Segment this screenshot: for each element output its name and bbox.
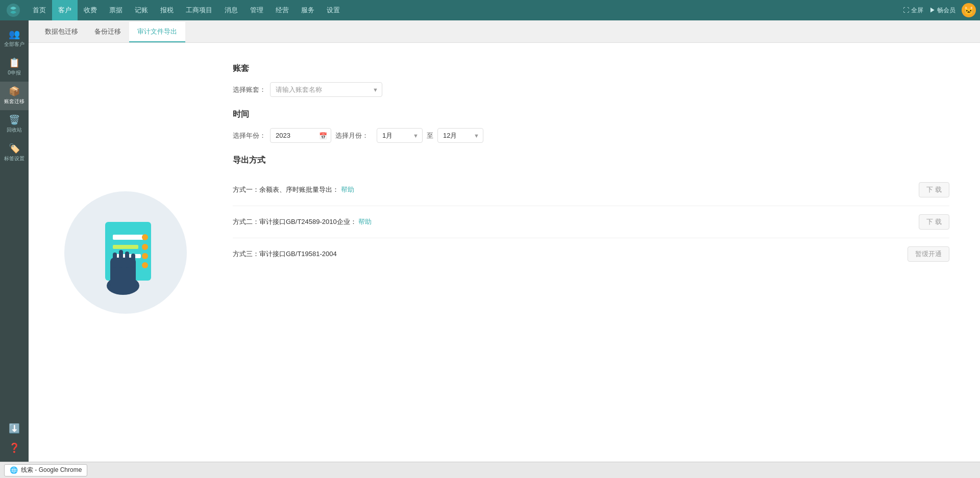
form-area: 账套 选择账套： 请输入账套名称 ▼ 时间 选择年份： (223, 43, 980, 462)
svg-rect-13 (119, 250, 123, 268)
top-nav: 首页 客户 收费 票据 记账 报税 工商项目 消息 管理 经营 服务 设置 ⛶ … (0, 0, 980, 20)
time-section-title: 时间 (233, 109, 949, 120)
taskbar-chrome-item[interactable]: 🌐 线索 - Google Chrome (4, 464, 87, 476)
account-section-title: 账套 (233, 63, 949, 74)
sidebar-label-recycle: 回收站 (7, 127, 22, 134)
nav-invoice[interactable]: 票据 (103, 0, 129, 20)
nav-tax[interactable]: 报税 (154, 0, 180, 20)
account-select[interactable]: 请输入账套名称 (270, 82, 382, 97)
chrome-icon: 🌐 (10, 466, 18, 474)
method-1-help-link[interactable]: 帮助 (341, 186, 354, 193)
app-logo (4, 1, 22, 19)
sidebar-label-all-clients: 全部客户 (4, 41, 24, 48)
account-migration-icon: 📦 (9, 87, 20, 96)
tabs-bar: 数据包迁移 备份迁移 审计文件导出 (29, 20, 980, 43)
nav-settings[interactable]: 设置 (321, 0, 346, 20)
account-select-label: 选择账套： (233, 85, 266, 94)
account-select-row: 选择账套： 请输入账套名称 ▼ (233, 82, 949, 97)
export-section-title: 导出方式 (233, 155, 949, 166)
illustration-circle (64, 191, 187, 314)
nav-business[interactable]: 工商项目 (180, 0, 218, 20)
start-month-wrapper: 1月2月3月 4月5月6月 7月8月9月 10月11月12月 ▼ (377, 128, 423, 143)
sidebar-bottom: ⬇️ ❓ (0, 419, 29, 462)
illustration-svg (85, 207, 166, 298)
tag-settings-icon: 🏷️ (9, 144, 20, 153)
sidebar-item-download[interactable]: ⬇️ (0, 419, 29, 438)
year-input-wrapper: 📅 (270, 128, 331, 143)
svg-rect-15 (131, 254, 135, 268)
svg-rect-14 (125, 251, 129, 268)
sidebar-label-tag-settings: 标签设置 (4, 155, 24, 162)
end-month-wrapper: 1月2月3月 4月5月6月 7月8月9月 10月11月12月 ▼ (437, 128, 483, 143)
taskbar-chrome-label: 线索 - Google Chrome (21, 466, 82, 474)
svg-point-0 (7, 4, 20, 17)
account-select-wrapper: 请输入账套名称 ▼ (270, 82, 382, 97)
svg-point-9 (142, 262, 148, 268)
top-nav-right: ⛶ 全屏 ▶ 畅会员 🐱 (903, 3, 976, 17)
month-label: 选择月份： (335, 131, 369, 140)
svg-rect-2 (113, 235, 143, 240)
nav-service[interactable]: 服务 (295, 0, 321, 20)
export-method-2: 方式二：审计接口GB/T24589-2010企业： 帮助 下 载 (233, 206, 949, 238)
sidebar-label-account-migration: 账套迁移 (4, 98, 24, 105)
method-1-text: 方式一：余额表、序时账批量导出： 帮助 (233, 185, 911, 194)
sidebar-item-recycle[interactable]: 🗑️ 回收站 (0, 110, 29, 139)
sidebar-item-tag-settings[interactable]: 🏷️ 标签设置 (0, 139, 29, 167)
svg-point-8 (142, 253, 148, 259)
sidebar-item-help[interactable]: ❓ (0, 438, 29, 458)
tab-data-migration[interactable]: 数据包迁移 (37, 22, 86, 42)
sidebar-item-all-clients[interactable]: 👥 全部客户 (0, 24, 29, 53)
method-3-special-btn[interactable]: 暂缓开通 (908, 246, 949, 262)
nav-operations[interactable]: 经营 (270, 0, 295, 20)
end-month-select[interactable]: 1月2月3月 4月5月6月 7月8月9月 10月11月12月 (437, 128, 483, 143)
sidebar-item-account-migration[interactable]: 📦 账套迁移 (0, 82, 29, 110)
tab-audit-export[interactable]: 审计文件导出 (129, 22, 185, 42)
export-method-3: 方式三：审计接口GB/T19581-2004 暂缓开通 (233, 238, 949, 270)
nav-bookkeeping[interactable]: 记账 (129, 0, 154, 20)
recycle-icon: 🗑️ (9, 115, 20, 124)
year-label: 选择年份： (233, 131, 266, 140)
time-row: 选择年份： 📅 选择月份： 1月2月3月 4月5月6月 7月8月9月 (233, 128, 949, 143)
nav-billing[interactable]: 收费 (78, 0, 103, 20)
export-method-1: 方式一：余额表、序时账批量导出： 帮助 下 载 (233, 174, 949, 206)
taskbar: 🌐 线索 - Google Chrome (0, 462, 980, 478)
nav-items: 首页 客户 收费 票据 记账 报税 工商项目 消息 管理 经营 服务 设置 (27, 0, 903, 20)
svg-rect-12 (113, 253, 117, 268)
svg-point-6 (142, 234, 148, 240)
time-to-label: 至 (427, 131, 433, 140)
member-btn[interactable]: ▶ 畅会员 (929, 6, 955, 15)
content-area: 数据包迁移 备份迁移 审计文件导出 (29, 20, 980, 462)
nav-home[interactable]: 首页 (27, 0, 52, 20)
main-layout: 👥 全部客户 📋 0申报 📦 账套迁移 🗑️ 回收站 🏷️ 标签设置 ⬇️ ❓ (0, 20, 980, 462)
download-icon: ⬇️ (9, 424, 20, 433)
tab-backup-migration[interactable]: 备份迁移 (86, 22, 129, 42)
method-3-text: 方式三：审计接口GB/T19581-2004 (233, 249, 899, 259)
nav-management[interactable]: 管理 (244, 0, 270, 20)
avatar[interactable]: 🐱 (962, 3, 976, 17)
sidebar-label-declaration: 0申报 (8, 69, 21, 77)
declaration-icon: 📋 (9, 58, 20, 67)
fullscreen-btn[interactable]: ⛶ 全屏 (903, 6, 923, 15)
nav-message[interactable]: 消息 (218, 0, 244, 20)
help-icon: ❓ (9, 443, 20, 452)
sidebar-item-declaration[interactable]: 📋 0申报 (0, 53, 29, 82)
method-2-text: 方式二：审计接口GB/T24589-2010企业： 帮助 (233, 217, 911, 227)
year-input[interactable] (270, 128, 331, 143)
time-inputs: 📅 选择月份： 1月2月3月 4月5月6月 7月8月9月 10月11月12月 ▼ (270, 128, 483, 143)
start-month-select[interactable]: 1月2月3月 4月5月6月 7月8月9月 10月11月12月 (377, 128, 423, 143)
method-2-download-btn[interactable]: 下 载 (919, 214, 949, 230)
nav-client[interactable]: 客户 (52, 0, 78, 20)
svg-point-7 (142, 244, 148, 250)
all-clients-icon: 👥 (9, 30, 20, 39)
svg-rect-3 (113, 245, 138, 249)
method-2-help-link[interactable]: 帮助 (358, 218, 372, 225)
sidebar: 👥 全部客户 📋 0申报 📦 账套迁移 🗑️ 回收站 🏷️ 标签设置 ⬇️ ❓ (0, 20, 29, 462)
page-content: 账套 选择账套： 请输入账套名称 ▼ 时间 选择年份： (29, 43, 980, 462)
method-1-download-btn[interactable]: 下 载 (919, 182, 949, 197)
illustration-area (29, 43, 223, 462)
